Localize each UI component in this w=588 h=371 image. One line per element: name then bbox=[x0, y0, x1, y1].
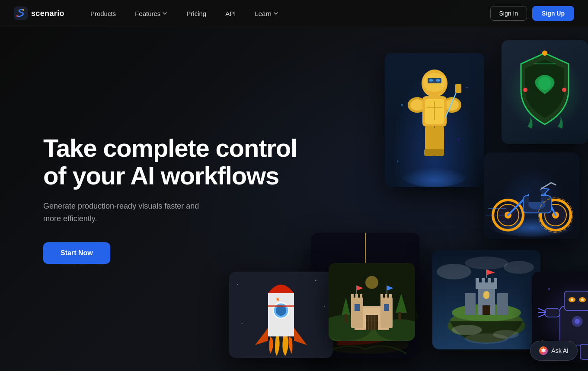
svg-point-102 bbox=[315, 280, 316, 281]
svg-rect-127 bbox=[366, 315, 378, 330]
svg-rect-18 bbox=[425, 126, 435, 152]
svg-rect-61 bbox=[432, 250, 540, 349]
svg-rect-43 bbox=[311, 233, 419, 358]
svg-point-44 bbox=[335, 259, 396, 319]
nav-actions: Sign In Sign Up bbox=[490, 6, 574, 21]
svg-point-39 bbox=[528, 199, 546, 209]
card-forest bbox=[311, 233, 419, 358]
svg-point-45 bbox=[322, 336, 409, 354]
chevron-down-icon bbox=[162, 11, 167, 16]
svg-rect-123 bbox=[385, 294, 387, 298]
svg-rect-72 bbox=[488, 278, 491, 284]
svg-rect-77 bbox=[497, 293, 508, 315]
svg-rect-90 bbox=[545, 308, 560, 317]
svg-rect-74 bbox=[483, 291, 489, 299]
svg-point-23 bbox=[467, 87, 468, 89]
svg-point-110 bbox=[329, 319, 415, 341]
svg-point-46 bbox=[347, 329, 354, 336]
svg-rect-76 bbox=[465, 293, 476, 315]
logo[interactable]: scenario bbox=[14, 6, 64, 20]
svg-rect-126 bbox=[384, 304, 389, 311]
svg-point-58 bbox=[332, 310, 334, 311]
svg-line-16 bbox=[445, 88, 458, 118]
warrior-illustration bbox=[385, 53, 484, 187]
svg-point-33 bbox=[497, 204, 519, 226]
ask-ai-icon bbox=[539, 346, 548, 355]
svg-rect-116 bbox=[356, 308, 388, 329]
ask-ai-button[interactable]: Ask AI bbox=[530, 341, 578, 361]
svg-point-47 bbox=[356, 327, 361, 333]
svg-point-95 bbox=[575, 319, 580, 324]
svg-rect-93 bbox=[580, 344, 588, 359]
svg-point-24 bbox=[457, 139, 459, 140]
rocket-illustration: ★ bbox=[229, 272, 333, 358]
hero-title: Take complete control of your AI workflo… bbox=[43, 134, 303, 190]
card-rocket: ★ bbox=[229, 272, 333, 358]
svg-point-32 bbox=[493, 200, 523, 230]
svg-point-89 bbox=[581, 298, 584, 301]
start-now-button[interactable]: Start Now bbox=[43, 242, 110, 264]
svg-rect-41 bbox=[529, 191, 541, 202]
svg-point-25 bbox=[397, 161, 399, 162]
svg-point-88 bbox=[571, 298, 573, 301]
svg-point-26 bbox=[506, 53, 584, 131]
svg-line-15 bbox=[445, 88, 458, 118]
svg-rect-124 bbox=[389, 294, 392, 298]
svg-rect-0 bbox=[14, 6, 28, 20]
svg-point-36 bbox=[545, 204, 566, 226]
card-small-castle bbox=[329, 263, 415, 341]
svg-point-53 bbox=[363, 276, 368, 283]
svg-rect-119 bbox=[351, 294, 354, 298]
nav-links: Products Features Pricing API Learn bbox=[82, 6, 490, 21]
svg-rect-84 bbox=[560, 306, 588, 345]
nav-products[interactable]: Products bbox=[82, 6, 125, 21]
forest-illustration bbox=[311, 233, 419, 358]
svg-rect-19 bbox=[435, 126, 444, 152]
svg-point-79 bbox=[452, 325, 482, 335]
svg-rect-17 bbox=[455, 84, 461, 93]
svg-point-3 bbox=[400, 161, 469, 187]
svg-point-8 bbox=[436, 79, 440, 82]
svg-point-94 bbox=[572, 316, 582, 327]
nav-features[interactable]: Features bbox=[126, 6, 176, 21]
nav-api[interactable]: API bbox=[217, 6, 244, 21]
svg-rect-120 bbox=[355, 294, 358, 298]
svg-rect-14 bbox=[425, 99, 444, 124]
svg-rect-117 bbox=[351, 298, 363, 328]
svg-rect-118 bbox=[380, 298, 393, 328]
navbar: scenario Products Features Pricing API L… bbox=[0, 0, 588, 27]
hero-section: Take complete control of your AI workflo… bbox=[0, 0, 588, 371]
sign-up-button[interactable]: Sign Up bbox=[532, 6, 574, 21]
sign-in-button[interactable]: Sign In bbox=[490, 6, 527, 21]
svg-point-34 bbox=[505, 212, 511, 219]
svg-point-96 bbox=[548, 288, 550, 290]
svg-point-112 bbox=[376, 319, 415, 341]
svg-point-28 bbox=[542, 51, 547, 56]
hero-subtitle: Generate production-ready visuals faster… bbox=[43, 200, 216, 225]
svg-point-87 bbox=[579, 297, 586, 302]
svg-point-52 bbox=[362, 273, 369, 283]
small-castle-illustration bbox=[329, 263, 415, 341]
svg-point-60 bbox=[380, 289, 381, 290]
svg-point-63 bbox=[504, 261, 534, 274]
svg-point-103 bbox=[324, 306, 325, 307]
svg-rect-50 bbox=[358, 267, 373, 289]
svg-point-67 bbox=[452, 304, 521, 321]
nav-learn[interactable]: Learn bbox=[246, 6, 287, 21]
svg-point-101 bbox=[237, 284, 238, 285]
svg-rect-125 bbox=[355, 304, 360, 311]
svg-point-106 bbox=[273, 303, 289, 318]
svg-rect-55 bbox=[356, 288, 374, 292]
svg-point-48 bbox=[364, 328, 371, 334]
svg-rect-121 bbox=[360, 294, 362, 298]
svg-point-7 bbox=[429, 79, 433, 82]
svg-point-104 bbox=[242, 323, 243, 324]
svg-rect-114 bbox=[398, 312, 401, 320]
card-floating-island bbox=[432, 250, 540, 349]
svg-point-56 bbox=[341, 297, 342, 298]
shield-illustration bbox=[502, 40, 588, 144]
nav-pricing[interactable]: Pricing bbox=[178, 6, 215, 21]
svg-point-12 bbox=[445, 99, 459, 111]
svg-point-65 bbox=[447, 313, 525, 339]
svg-rect-85 bbox=[564, 291, 588, 311]
